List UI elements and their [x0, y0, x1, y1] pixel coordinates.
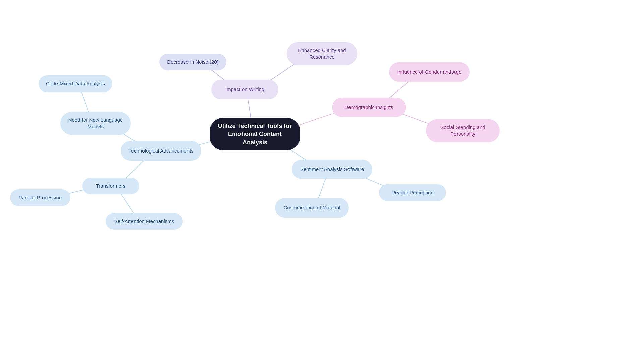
node-customization: Customization of Material: [275, 198, 349, 218]
node-enhanced-clarity: Enhanced Clarity and Resonance: [287, 42, 357, 65]
node-code-mixed: Code-Mixed Data Analysis: [39, 75, 112, 92]
mind-map: Utilize Technical Tools for Emotional Co…: [0, 0, 644, 363]
node-sentiment-software: Sentiment Analysis Software: [292, 160, 372, 179]
node-tech-advancements: Technological Advancements: [121, 141, 201, 161]
node-influence-gender: Influence of Gender and Age: [389, 62, 470, 82]
node-decrease-noise: Decrease in Noise (20): [159, 54, 226, 70]
node-transformers: Transformers: [82, 178, 139, 194]
center-node: Utilize Technical Tools for Emotional Co…: [210, 118, 300, 150]
node-reader-perception: Reader Perception: [379, 184, 446, 201]
node-impact-writing: Impact on Writing: [211, 80, 278, 99]
node-social-standing: Social Standing and Personality: [426, 119, 500, 142]
node-parallel-processing: Parallel Processing: [10, 189, 70, 206]
node-self-attention: Self-Attention Mechanisms: [106, 213, 183, 230]
node-demographic-insights: Demographic Insights: [332, 98, 406, 117]
node-need-language: Need for New Language Models: [60, 112, 131, 135]
